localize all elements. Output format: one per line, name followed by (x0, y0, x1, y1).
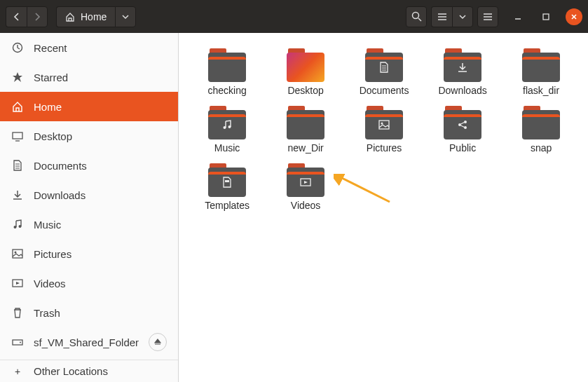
location-home-button[interactable]: Home (56, 6, 115, 27)
sidebar-item-documents[interactable]: Documents (0, 151, 178, 180)
search-button[interactable] (406, 6, 427, 27)
eject-button[interactable] (149, 333, 167, 351)
folder-icon (287, 163, 324, 197)
home-icon (11, 101, 24, 112)
folder-desktop[interactable]: Desktop (267, 46, 344, 99)
folder-videos[interactable]: Videos (267, 161, 344, 214)
hamburger-menu-button[interactable] (477, 6, 498, 27)
sidebar-item-label: Home (34, 101, 62, 113)
svg-point-33 (464, 121, 467, 123)
folder-icon (208, 106, 246, 139)
sidebar-item-label: Recent (34, 42, 67, 54)
folder-label: Pictures (367, 142, 402, 154)
folder-label: Desktop (287, 85, 323, 96)
folder-label: Downloads (438, 85, 486, 96)
music-icon (11, 219, 24, 230)
trash-icon (11, 307, 24, 318)
search-icon (411, 11, 422, 22)
folder-music[interactable]: Music (189, 103, 266, 156)
folder-icon (208, 163, 246, 197)
picture-icon (11, 248, 24, 259)
folder-label: Documents (360, 85, 409, 96)
folder-new-dir[interactable]: new_Dir (267, 103, 344, 156)
window-maximize-button[interactable] (538, 8, 554, 25)
svg-rect-37 (225, 180, 229, 182)
sidebar-item-label: Documents (34, 160, 87, 172)
sidebar-item-desktop[interactable]: Desktop (0, 121, 178, 151)
view-dropdown-button[interactable] (452, 6, 473, 27)
folder-downloads[interactable]: Downloads (424, 46, 501, 99)
svg-point-28 (224, 126, 226, 129)
svg-rect-13 (13, 132, 22, 139)
drive-icon (11, 336, 24, 348)
folder-label: flask_dir (523, 85, 559, 96)
svg-point-34 (464, 126, 467, 129)
folder-templates[interactable]: Templates (189, 161, 266, 214)
svg-line-1 (418, 18, 421, 21)
sidebar-other-locations[interactable]: + Other Locations (0, 360, 178, 382)
folder-label: Templates (205, 200, 249, 211)
desktop-icon (11, 130, 24, 142)
folder-grid: checkingDesktopDocumentsDownloadsflask_d… (189, 46, 580, 214)
sidebar-item-music[interactable]: Music (0, 210, 178, 239)
svg-line-35 (461, 123, 465, 125)
sidebar-item-downloads[interactable]: Downloads (0, 180, 178, 210)
folder-documents[interactable]: Documents (346, 46, 423, 99)
content-area: checkingDesktopDocumentsDownloadsflask_d… (179, 33, 588, 382)
view-list-button[interactable] (431, 6, 452, 27)
sidebar-item-label: Trash (34, 307, 60, 319)
folder-label: new_Dir (287, 142, 323, 154)
svg-point-24 (20, 342, 21, 343)
chevron-down-icon (122, 14, 129, 20)
chevron-down-icon (459, 14, 466, 20)
sidebar-item-trash[interactable]: Trash (0, 298, 178, 327)
sidebar-item-videos[interactable]: Videos (0, 268, 178, 298)
svg-line-36 (461, 125, 465, 128)
sidebar-item-pictures[interactable]: Pictures (0, 239, 178, 268)
folder-icon (365, 48, 403, 82)
folder-flask-dir[interactable]: flask_dir (502, 46, 580, 99)
folder-icon (522, 106, 560, 139)
nav-forward-button[interactable] (27, 6, 48, 27)
clock-icon (11, 42, 24, 53)
template-icon (222, 177, 232, 188)
window-close-button[interactable] (566, 8, 582, 25)
list-icon (437, 13, 447, 21)
folder-checking[interactable]: checking (189, 46, 266, 99)
sidebar-item-sf-vm[interactable]: sf_VM_Shared_Folder (0, 327, 178, 357)
location-label: Home (81, 11, 107, 22)
plus-icon: + (11, 366, 24, 377)
sidebar-item-recent[interactable]: Recent (0, 33, 178, 62)
folder-icon (287, 106, 324, 139)
folder-icon (444, 106, 481, 139)
music-icon (221, 119, 233, 130)
svg-point-31 (381, 123, 383, 125)
folder-icon (444, 48, 481, 82)
document-icon (379, 62, 389, 73)
folder-pictures[interactable]: Pictures (346, 103, 423, 156)
nav-back-button[interactable] (6, 6, 27, 27)
star-icon (11, 71, 24, 83)
video-icon (11, 278, 24, 289)
sidebar-item-starred[interactable]: Starred (0, 62, 178, 92)
download-icon (11, 189, 24, 200)
sidebar-item-label: Desktop (34, 130, 72, 142)
svg-point-18 (14, 226, 17, 228)
titlebar: Home (0, 0, 588, 33)
sidebar-item-home[interactable]: Home (0, 92, 178, 121)
folder-public[interactable]: Public (424, 103, 501, 156)
svg-point-21 (15, 252, 17, 254)
folder-snap[interactable]: snap (502, 103, 580, 156)
document-icon (11, 160, 24, 171)
location-bar: Home (56, 6, 136, 27)
folder-label: Music (214, 142, 240, 154)
picture-icon (378, 119, 390, 130)
sidebar-item-label: Pictures (34, 248, 71, 260)
folder-label: checking (207, 85, 246, 96)
sidebar-item-label: sf_VM_Shared_Folder (34, 336, 139, 348)
location-dropdown-button[interactable] (115, 6, 136, 27)
svg-rect-20 (13, 250, 22, 258)
svg-point-29 (228, 125, 231, 128)
folder-label: Public (449, 142, 476, 154)
window-minimize-button[interactable] (510, 8, 526, 25)
